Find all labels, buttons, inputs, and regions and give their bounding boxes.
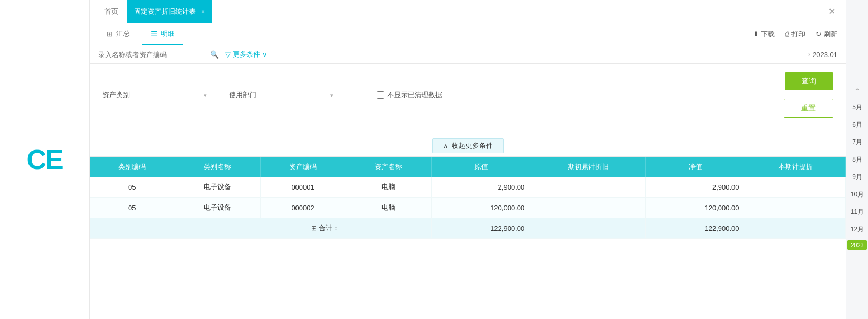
total-accumulated-depreciation <box>531 218 646 239</box>
main-content: 首页 固定资产折旧统计表 × ✕ ⊞ 汇总 ☰ 明细 ⬇ 下载 ⎙ 打印 ↻ <box>90 0 846 319</box>
right-sidebar: ⌃ 5月6月7月8月9月10月11月12月 2023 <box>846 0 868 319</box>
cell-category-name: 电子设备 <box>175 177 260 198</box>
col-category-name: 类别名称 <box>175 157 260 177</box>
main-table: 类别编码 类别名称 资产编码 资产名称 原值 期初累计折旧 净值 本期计提折 0… <box>90 157 846 239</box>
table-row[interactable]: 05 电子设备 000002 电脑 120,000.00 120,000.00 <box>90 198 846 218</box>
month-item[interactable]: 7月 <box>851 134 864 151</box>
department-group: 使用部门 ▾ <box>229 90 335 100</box>
month-item[interactable]: 5月 <box>851 99 864 116</box>
download-button[interactable]: ⬇ 下载 <box>753 30 775 39</box>
cell-asset-code: 000002 <box>260 198 346 218</box>
month-item[interactable]: 11月 <box>851 203 864 221</box>
search-bar-right: › 2023.01 <box>808 51 837 59</box>
col-asset-name: 资产名称 <box>346 157 431 177</box>
filter-panel: 资产类别 ▾ 使用部门 ▾ 不显示已清理数 <box>90 64 846 135</box>
filter-row: 资产类别 ▾ 使用部门 ▾ 不显示已清理数 <box>102 72 833 118</box>
collapse-up-icon: ∧ <box>443 142 449 150</box>
total-net-value: 122,900.00 <box>645 218 746 239</box>
col-accumulated-depreciation: 期初累计折旧 <box>531 157 646 177</box>
filter-icon: ▽ <box>225 51 231 59</box>
months-container: 5月6月7月8月9月10月11月12月 <box>851 99 864 238</box>
date-display: 2023.01 <box>813 51 837 59</box>
query-button[interactable]: 查询 <box>785 72 833 90</box>
print-label: 打印 <box>791 30 805 39</box>
table-row[interactable]: 05 电子设备 000001 电脑 2,900.00 2,900.00 <box>90 177 846 198</box>
cell-current-depreciation <box>746 177 845 198</box>
search-icon[interactable]: 🔍 <box>210 50 219 59</box>
download-icon: ⬇ <box>753 30 759 38</box>
tab-detail[interactable]: ☰ 明细 <box>142 23 183 45</box>
more-conditions-button[interactable]: ▽ 更多条件 ∨ <box>225 50 268 59</box>
scroll-up-icon[interactable]: ⌃ <box>854 85 861 99</box>
nav-tab-active[interactable]: 固定资产折旧统计表 × <box>127 0 212 23</box>
asset-category-label: 资产类别 <box>102 90 130 100</box>
no-cleared-label: 不显示已清理数据 <box>387 90 442 100</box>
reset-button[interactable]: 重置 <box>784 99 833 118</box>
cell-net-value: 2,900.00 <box>645 177 746 198</box>
total-icon: ⊞ <box>311 224 317 232</box>
cell-original-value: 2,900.00 <box>431 177 531 198</box>
refresh-button[interactable]: ↻ 刷新 <box>816 30 837 39</box>
col-original-value: 原值 <box>431 157 531 177</box>
collapse-row: ∧ 收起更多条件 <box>90 135 846 157</box>
month-item[interactable]: 8月 <box>851 151 864 168</box>
department-select-wrapper: ▾ <box>261 90 335 100</box>
asset-category-select[interactable] <box>134 90 208 100</box>
cell-accumulated-depreciation <box>531 177 646 198</box>
cell-net-value: 120,000.00 <box>645 198 746 218</box>
cell-accumulated-depreciation <box>531 198 646 218</box>
chevron-down-icon: ∨ <box>262 51 268 59</box>
print-button[interactable]: ⎙ 打印 <box>785 30 805 39</box>
refresh-label: 刷新 <box>824 30 837 39</box>
filter-actions: 查询 重置 <box>784 72 833 118</box>
nav-home[interactable]: 首页 <box>96 7 127 16</box>
department-label: 使用部门 <box>229 90 256 100</box>
month-item[interactable]: 12月 <box>851 221 864 238</box>
cell-asset-name: 电脑 <box>346 198 431 218</box>
download-label: 下载 <box>761 30 775 39</box>
col-current-depreciation: 本期计提折 <box>746 157 845 177</box>
collapse-button[interactable]: ∧ 收起更多条件 <box>432 138 504 153</box>
asset-category-select-wrapper: ▾ <box>134 90 208 100</box>
cell-category-code: 05 <box>90 177 175 198</box>
total-label: ⊞合计： <box>90 218 346 239</box>
nav-tab-label: 固定资产折旧统计表 <box>134 7 196 16</box>
more-conditions-label: 更多条件 <box>233 50 260 59</box>
month-item[interactable]: 6月 <box>851 116 864 134</box>
col-category-code: 类别编码 <box>90 157 175 177</box>
cell-category-code: 05 <box>90 198 175 218</box>
cell-category-name: 电子设备 <box>175 198 260 218</box>
cell-asset-code: 000001 <box>260 177 346 198</box>
no-cleared-checkbox[interactable] <box>377 91 384 99</box>
total-asset-name <box>346 218 431 239</box>
tab-summary-label: 汇总 <box>116 29 130 39</box>
cell-current-depreciation <box>746 198 845 218</box>
window-close-button[interactable]: ✕ <box>824 4 840 18</box>
month-item[interactable]: 9月 <box>851 168 864 186</box>
table-container: 类别编码 类别名称 资产编码 资产名称 原值 期初累计折旧 净值 本期计提折 0… <box>90 157 846 319</box>
detail-icon: ☰ <box>151 30 158 38</box>
refresh-icon: ↻ <box>816 30 822 38</box>
search-bar: 🔍 ▽ 更多条件 ∨ › 2023.01 <box>90 45 846 64</box>
logo-area: CE <box>0 0 90 319</box>
tab-summary[interactable]: ⊞ 汇总 <box>98 23 138 45</box>
table-header-row: 类别编码 类别名称 资产编码 资产名称 原值 期初累计折旧 净值 本期计提折 <box>90 157 846 177</box>
tab-actions: ⬇ 下载 ⎙ 打印 ↻ 刷新 <box>753 30 837 39</box>
month-item[interactable]: 10月 <box>851 186 864 203</box>
tab-detail-label: 明细 <box>161 29 175 39</box>
no-cleared-group: 不显示已清理数据 <box>377 90 442 100</box>
top-nav: 首页 固定资产折旧统计表 × ✕ <box>90 0 846 23</box>
asset-category-group: 资产类别 ▾ <box>102 90 208 100</box>
year-badge[interactable]: 2023 <box>847 240 866 250</box>
logo-text: CE <box>26 144 62 175</box>
search-input[interactable] <box>98 51 204 59</box>
total-original-value: 122,900.00 <box>431 218 531 239</box>
cell-original-value: 120,000.00 <box>431 198 531 218</box>
tab-bar: ⊞ 汇总 ☰ 明细 ⬇ 下载 ⎙ 打印 ↻ 刷新 <box>90 23 846 45</box>
department-select[interactable] <box>261 90 335 100</box>
total-current-depreciation <box>746 218 845 239</box>
nav-tab-close-icon[interactable]: × <box>201 8 205 15</box>
summary-icon: ⊞ <box>107 30 113 38</box>
chevron-right-icon[interactable]: › <box>808 51 810 58</box>
table-total-row: ⊞合计： 122,900.00 122,900.00 <box>90 218 846 239</box>
